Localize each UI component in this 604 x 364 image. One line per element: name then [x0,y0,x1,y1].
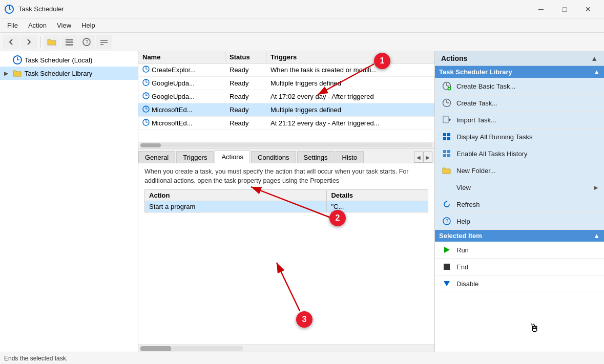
svg-rect-51 [444,264,450,270]
tabs-bar: General Triggers Actions Conditions Sett… [138,148,434,163]
task-status-cell: Ready [225,65,266,75]
task-name-cell: GoogleUpda... [138,78,225,89]
new-folder-label: New Folder... [456,167,496,175]
toolbar: ? [0,33,604,51]
table-row[interactable]: Start a program "C... [145,201,428,212]
action-end[interactable]: End [435,259,604,275]
horizontal-scrollbar[interactable] [138,142,434,148]
tab-general[interactable]: General [138,151,175,163]
col-details-header: Details [327,190,428,201]
task-row[interactable]: MicrosoftEd... Ready Multiple triggers d… [138,103,434,117]
create-basic-task-label: Create Basic Task... [456,82,515,90]
menu-toolbar-button[interactable] [96,35,112,49]
clock-edit-icon [441,97,452,109]
svg-rect-40 [443,133,446,136]
import-task-label: Import Task... [456,116,496,124]
tab-actions[interactable]: Actions [215,151,250,163]
disable-icon [441,278,452,289]
help-toolbar-button[interactable]: ? [78,35,95,49]
selected-item-header: Selected Item ▲ [435,230,604,242]
tab-history[interactable]: Histo [336,151,364,163]
action-create-task[interactable]: Create Task... [435,95,604,112]
action-display-running[interactable]: Display All Running Tasks [435,129,604,145]
task-row[interactable]: CreateExplor... Ready When the task is c… [138,63,434,77]
right-panel: Actions ▲ Task Scheduler Library ▲ Creat… [435,51,604,352]
col-header-status: Status [225,52,266,62]
svg-rect-9 [100,42,108,43]
list-button[interactable] [61,35,77,49]
left-panel: Task Scheduler (Local) ▶ Task Scheduler … [0,51,138,352]
folder-button[interactable] [44,35,60,49]
title-bar: Task Scheduler ─ □ ✕ [0,0,604,18]
collapse-icon[interactable]: ▲ [591,54,598,62]
svg-rect-42 [443,137,446,140]
svg-marker-52 [444,281,450,286]
action-run[interactable]: Run [435,242,604,259]
task-triggers-cell: Multiple triggers defined [266,105,434,115]
actions-panel-header: Actions ▲ [435,51,604,66]
action-new-folder[interactable]: New Folder... [435,162,604,179]
task-triggers-cell: At 17:02 every day - After triggered [266,92,434,101]
action-import-task[interactable]: Import Task... [435,112,604,129]
task-name-cell: MicrosoftEd... [138,104,225,115]
action-create-basic[interactable]: Create Basic Task... [435,78,604,95]
tree-item-library[interactable]: ▶ Task Scheduler Library [0,67,138,80]
status-bar: Ends the selected task. [0,352,604,364]
action-view[interactable]: View ▶ [435,179,604,196]
menu-file[interactable]: File [2,20,23,30]
close-button[interactable]: ✕ [576,0,600,18]
action-enable-history[interactable]: Enable All Tasks History [435,145,604,162]
create-task-label: Create Task... [456,99,497,107]
task-row[interactable]: MicrosoftEd... Ready At 21:12 every day … [138,117,434,130]
task-name-cell: GoogleUpda... [138,91,225,102]
task-row[interactable]: GoogleUpda... Ready At 17:02 every day -… [138,90,434,103]
svg-rect-44 [443,150,446,153]
window-title: Task Scheduler [18,5,64,13]
action-refresh[interactable]: Refresh [435,196,604,213]
menu-help[interactable]: Help [76,20,100,30]
task-list-header: Name Status Triggers [138,51,434,63]
tree-item-local[interactable]: Task Scheduler (Local) [0,53,138,67]
run-icon [441,244,452,255]
task-name-cell: MicrosoftEd... [138,118,225,129]
task-clock-icon [142,66,150,74]
main-layout: Task Scheduler (Local) ▶ Task Scheduler … [0,51,604,352]
tab-triggers[interactable]: Triggers [176,151,214,163]
detail-horizontal-scrollbar[interactable] [138,345,434,352]
tab-settings[interactable]: Settings [297,151,335,163]
task-list: Name Status Triggers CreateExplor... Rea… [138,51,434,148]
action-disable[interactable]: Disable [435,275,604,292]
action-cell: Start a program [145,201,327,212]
menu-view[interactable]: View [52,20,76,30]
library-section-collapse[interactable]: ▲ [593,68,600,76]
task-row[interactable]: GoogleUpda... Ready Multiple triggers de… [138,77,434,90]
svg-text:?: ? [86,39,89,45]
detail-panel: General Triggers Actions Conditions Sett… [138,148,434,352]
grid-icon [441,131,452,142]
display-running-label: Display All Running Tasks [456,133,533,141]
selected-item-collapse[interactable]: ▲ [593,232,600,240]
action-help[interactable]: ? Help [435,213,604,230]
end-label: End [456,263,468,271]
view-icon [441,182,452,193]
minimize-button[interactable]: ─ [529,0,553,18]
tab-scroll-left[interactable]: ◀ [414,152,423,163]
col-header-name: Name [138,52,225,62]
tab-scroll-right[interactable]: ▶ [423,152,432,163]
detail-description: When you create a task, you must specify… [144,167,428,185]
menu-action[interactable]: Action [23,20,52,30]
end-icon [441,261,452,272]
forward-button[interactable] [20,35,37,49]
detail-content: When you create a task, you must specify… [138,163,434,345]
back-button[interactable] [3,35,19,49]
col-header-triggers: Triggers [266,52,434,62]
run-label: Run [456,246,469,254]
app-icon [4,4,14,14]
tree-item-library-label: Task Scheduler Library [25,70,92,77]
task-list-body: CreateExplor... Ready When the task is c… [138,63,434,142]
library-section-header: Task Scheduler Library ▲ [435,66,604,78]
tab-conditions[interactable]: Conditions [251,151,296,163]
svg-rect-8 [100,40,108,41]
maximize-button[interactable]: □ [553,0,576,18]
menu-bar: File Action View Help [0,18,604,33]
